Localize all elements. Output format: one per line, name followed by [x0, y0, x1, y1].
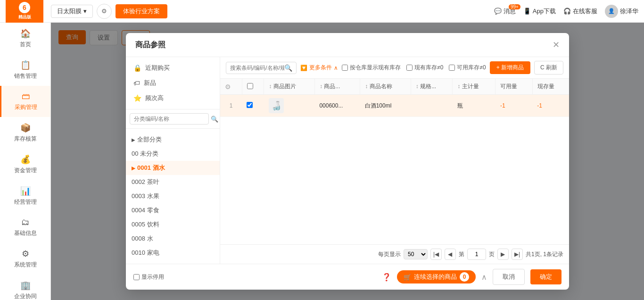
cat-00[interactable]: 00 未分类	[126, 147, 220, 161]
table-row[interactable]: 1 🍶	[220, 95, 569, 117]
inventory-icon: 📦	[20, 123, 31, 133]
quick-new[interactable]: 🏷 新品	[130, 76, 216, 90]
add-product-button[interactable]: + 新增商品	[490, 61, 530, 74]
category-search-input[interactable]	[130, 113, 209, 125]
search-icon[interactable]: 🔍	[284, 64, 292, 72]
sidebar-item-sales[interactable]: 📋 销售管理	[0, 54, 50, 86]
show-disabled-label[interactable]: 显示停用	[133, 273, 164, 281]
quick-recent[interactable]: 🔒 近期购买	[130, 61, 216, 75]
modal-footer: 显示停用 ❓ 🛒 连续选择的商品 0 ∧ 取消 确定	[126, 264, 569, 290]
row-spec	[411, 95, 452, 117]
th-unit: ↕ 主计量	[453, 79, 495, 95]
cancel-button[interactable]: 取消	[493, 269, 525, 285]
row-code: 000600...	[314, 95, 360, 117]
select-all-checkbox[interactable]	[247, 83, 253, 89]
help-icon[interactable]: ❓	[382, 273, 391, 282]
page-last-button[interactable]: ▶|	[512, 249, 523, 260]
checkbox-stock-label[interactable]: 现有库存≠0	[406, 64, 443, 72]
cat-0003[interactable]: 0003 水果	[126, 189, 220, 203]
row-stock: -1	[532, 95, 569, 117]
product-table-wrap: ⚙ ↕ 商品图片	[220, 79, 569, 244]
sales-icon: 📋	[20, 60, 31, 70]
product-search-input[interactable]	[230, 65, 284, 71]
filter-chevron-icon: ∧	[334, 65, 338, 71]
category-search-icon[interactable]: 🔍	[211, 116, 218, 123]
store-dropdown[interactable]: 日太阳膜 ▾	[51, 5, 93, 18]
checkbox-stock[interactable]	[406, 65, 413, 71]
settings-icon: ⚙	[225, 83, 231, 91]
quick-frequent[interactable]: ⭐ 频次高	[130, 91, 216, 105]
cat-all[interactable]: ▶ 全部分类	[126, 133, 220, 147]
topnav: 6 精品版 日太阳膜 ▾ ⚙ 体验行业方案 💬 消息 99+ 📱 App下载 🎧…	[0, 0, 644, 23]
cat-0010[interactable]: 0010 家电	[126, 246, 220, 260]
finance-icon: 💰	[20, 154, 31, 165]
cart-count-badge: 0	[460, 272, 469, 282]
sidebar-item-inventory[interactable]: 📦 库存核算	[0, 117, 50, 149]
cat-0004[interactable]: 0004 零食	[126, 203, 220, 217]
home-icon: 🏠	[20, 28, 31, 39]
checkbox-usable-label[interactable]: 可用库存≠0	[449, 64, 486, 72]
cat-0001[interactable]: ▶ 0001 酒水	[126, 161, 220, 175]
try-button[interactable]: 体验行业方案	[116, 4, 167, 18]
content-area: 查询 设置 刷新 商品参照 ✕ 🔒	[51, 23, 644, 300]
app-download-nav[interactable]: 📱 App下载	[523, 7, 556, 16]
row-checkbox[interactable]	[247, 102, 253, 108]
main-layout: 🏠 首页 📋 销售管理 🗃 采购管理 📦 库存核算 💰 资金管理 📊 经营管理 …	[0, 23, 644, 300]
th-spec: ↕ 规格...	[411, 79, 452, 95]
topnav-right: 💬 消息 99+ 📱 App下载 🎧 在线客服 👤 徐泽华	[494, 5, 638, 18]
operation-icon: 📊	[20, 186, 31, 196]
row-unit: 瓶	[453, 95, 495, 117]
sidebar-item-operation[interactable]: 📊 经营管理	[0, 180, 50, 212]
gear-button[interactable]: ⚙	[97, 4, 112, 19]
page-number-input[interactable]	[467, 249, 486, 260]
th-usable: 可用量	[495, 79, 532, 95]
row-num: 1	[220, 95, 242, 117]
cat-0002[interactable]: 0002 茶叶	[126, 175, 220, 189]
page-first-button[interactable]: |◀	[430, 249, 442, 260]
cat-0008[interactable]: 0008 水	[126, 232, 220, 246]
row-checkbox-cell[interactable]	[242, 95, 264, 117]
per-page-select[interactable]: 20 50 100 200	[404, 249, 428, 259]
right-panel: 🔍 🔽 更多条件 ∧ 按仓库显示现有库存	[220, 57, 569, 264]
refresh-product-button[interactable]: C 刷新	[534, 61, 563, 75]
th-settings[interactable]: ⚙	[220, 79, 242, 95]
user-nav[interactable]: 👤 徐泽华	[605, 5, 638, 18]
sidebar-item-purchase[interactable]: 🗃 采购管理	[0, 86, 50, 117]
toolbar-right: + 新增商品 C 刷新	[490, 61, 563, 75]
phone-icon: 📱	[523, 8, 531, 15]
service-nav[interactable]: 🎧 在线客服	[563, 7, 597, 16]
sidebar-item-system[interactable]: ⚙ 系统管理	[0, 243, 50, 275]
modal-close-button[interactable]: ✕	[553, 40, 560, 50]
chevron-up-icon[interactable]: ∧	[481, 273, 487, 282]
chevron-down-icon: ▾	[83, 8, 87, 15]
sidebar-item-finance[interactable]: 💰 资金管理	[0, 149, 50, 180]
checkbox-usable[interactable]	[449, 65, 455, 71]
page-next-button[interactable]: ▶	[497, 249, 509, 260]
cart-button[interactable]: 🛒 连续选择的商品 0	[397, 270, 476, 283]
left-panel: 🔒 近期购买 🏷 新品 ⭐ 频次高	[126, 57, 220, 264]
row-name: 白酒100ml	[360, 95, 411, 117]
product-thumbnail: 🍶	[269, 98, 284, 113]
modal-overlay: 商品参照 ✕ 🔒 近期购买 🏷	[51, 23, 644, 300]
footer-right: ❓ 🛒 连续选择的商品 0 ∧ 取消 确定	[382, 269, 561, 285]
topnav-center: 日太阳膜 ▾ ⚙ 体验行业方案	[43, 4, 494, 19]
th-checkbox[interactable]	[242, 79, 264, 95]
frequent-icon: ⭐	[133, 94, 141, 102]
cat-0005[interactable]: 0005 饮料	[126, 217, 220, 232]
modal-header: 商品参照 ✕	[126, 33, 569, 57]
show-disabled-checkbox[interactable]	[133, 274, 140, 280]
confirm-button[interactable]: 确定	[530, 269, 561, 284]
sidebar-item-basic[interactable]: 🗂 基础信息	[0, 212, 50, 243]
sidebar-item-home[interactable]: 🏠 首页	[0, 23, 50, 54]
filter-icon: 🔽	[300, 65, 307, 71]
checkbox-warehouse[interactable]	[342, 65, 348, 71]
headset-icon: 🎧	[563, 8, 571, 15]
filter-button[interactable]: 🔽 更多条件 ∧	[300, 64, 338, 72]
sidebar-item-enterprise[interactable]: 🏢 企业协同	[0, 275, 50, 300]
page-prev-button[interactable]: ◀	[445, 249, 456, 260]
messages-nav[interactable]: 💬 消息 99+	[494, 7, 516, 16]
modal-body: 🔒 近期购买 🏷 新品 ⭐ 频次高	[126, 57, 569, 264]
checkbox-warehouse-label[interactable]: 按仓库显示现有库存	[342, 64, 401, 72]
row-usable: -1	[495, 95, 532, 117]
quick-access: 🔒 近期购买 🏷 新品 ⭐ 频次高	[126, 57, 220, 109]
